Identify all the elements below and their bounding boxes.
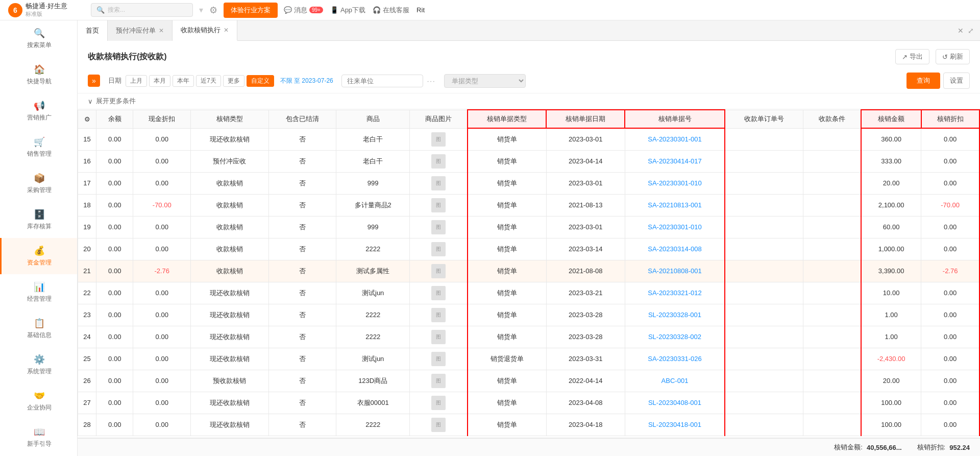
cell-receipt-condition xyxy=(803,392,861,414)
cell-cancel-discount: -2.76 xyxy=(921,260,979,282)
cell-voucher-date: 2023-03-28 xyxy=(546,326,625,348)
cell-cancel-type: 收款核销 xyxy=(191,216,269,238)
date-btn-more[interactable]: 更多 xyxy=(223,75,244,87)
cell-voucher-date: 2023-03-31 xyxy=(546,348,625,370)
sidebar-item-guide[interactable]: 📖 新手引导 xyxy=(0,419,77,455)
cell-voucher-no[interactable]: SL-20230328-001 xyxy=(625,304,725,326)
cell-receipt-order-no xyxy=(725,260,803,282)
cell-voucher-no[interactable]: SA-20230301-010 xyxy=(625,216,725,238)
sidebar-item-sales[interactable]: 🛒 销售管理 xyxy=(0,129,77,165)
table-header-row: ⚙ 余额 现金折扣 核销类型 包含已结清 商品 商品图片 核销单据类型 核销单据… xyxy=(78,110,980,128)
voucher-no-link[interactable]: SA-20210813-001 xyxy=(648,201,702,209)
cell-voucher-no[interactable]: SA-20230301-010 xyxy=(625,172,725,194)
voucher-no-link[interactable]: ABC-001 xyxy=(662,377,689,385)
table-row: 28 0.00 0.00 现还收款核销 否 2222 图 销货单 2023-04… xyxy=(78,414,980,436)
tab-close-all-icon[interactable]: ✕ xyxy=(958,27,964,35)
sidebar-item-capital[interactable]: 💰 资金管理 xyxy=(0,238,77,274)
voucher-no-link[interactable]: SA-20230314-008 xyxy=(648,245,702,253)
sidebar-item-collab[interactable]: 🤝 企业协同 xyxy=(0,383,77,419)
online-service-button[interactable]: 🎧 在线客服 xyxy=(373,6,409,15)
logo: 6 畅捷通·好生意 标准版 xyxy=(8,2,85,18)
top-bar: 6 畅捷通·好生意 标准版 🔍 搜索... ▾ ⚙ 体验行业方案 💬 消息 99… xyxy=(0,0,980,20)
voucher-no-link[interactable]: SL-20230328-001 xyxy=(648,311,701,319)
cell-voucher-no[interactable]: SA-20230321-012 xyxy=(625,282,725,304)
voucher-no-link[interactable]: SA-20230331-026 xyxy=(648,355,702,363)
app-download-button[interactable]: 📱 App下载 xyxy=(330,6,365,15)
sidebar-item-base[interactable]: 📋 基础信息 xyxy=(0,310,77,347)
tab-maximize-icon[interactable]: ⤢ xyxy=(968,27,974,35)
cell-voucher-no[interactable]: SA-20230301-001 xyxy=(625,128,725,150)
message-button[interactable]: 💬 消息 99+ xyxy=(284,6,323,15)
voucher-no-link[interactable]: SA-20230301-010 xyxy=(648,179,702,187)
refresh-button[interactable]: ↺ 刷新 xyxy=(936,49,970,64)
tab-prepay[interactable]: 预付冲应付单 ✕ xyxy=(108,20,173,41)
cell-voucher-no[interactable]: ABC-001 xyxy=(625,370,725,392)
date-btn-this-month[interactable]: 本月 xyxy=(149,75,170,87)
sidebar-item-purchase[interactable]: 📦 采购管理 xyxy=(0,165,77,202)
cell-voucher-date: 2023-03-01 xyxy=(546,172,625,194)
voucher-no-link[interactable]: SL-20230328-002 xyxy=(648,333,701,341)
cell-product-img: 图 xyxy=(410,326,468,348)
cell-product-img: 图 xyxy=(410,282,468,304)
filter-expand-button[interactable]: » xyxy=(88,75,100,87)
cell-receipt-condition xyxy=(803,238,861,260)
cell-cancel-discount: 0.00 xyxy=(921,238,979,260)
voucher-no-link[interactable]: SA-20230414-017 xyxy=(648,157,702,165)
sidebar-item-shortcuts[interactable]: 🏠 快捷导航 xyxy=(0,57,77,93)
tab-bar: 首页 预付冲应付单 ✕ 收款核销执行 ✕ ✕ ⤢ xyxy=(78,20,980,41)
sidebar-item-system[interactable]: ⚙️ 系统管理 xyxy=(0,347,77,383)
cell-voucher-type: 销货单 xyxy=(468,260,546,282)
industry-solution-button[interactable]: 体验行业方案 xyxy=(224,3,278,18)
cell-voucher-no[interactable]: SA-20230314-008 xyxy=(625,238,725,260)
cell-product: 多计量商品2 xyxy=(336,194,410,216)
query-button[interactable]: 查询 xyxy=(906,73,940,89)
cell-cancel-amount: -2,430.00 xyxy=(861,348,921,370)
cell-voucher-type: 销货单 xyxy=(468,304,546,326)
date-btn-last-month[interactable]: 上月 xyxy=(126,75,147,87)
cell-voucher-no[interactable]: SA-20210808-001 xyxy=(625,260,725,282)
cell-receipt-condition xyxy=(803,348,861,370)
voucher-no-link[interactable]: SA-20230301-010 xyxy=(648,223,702,231)
voucher-no-link[interactable]: SL-20230408-001 xyxy=(648,399,701,406)
global-search[interactable]: 🔍 搜索... xyxy=(91,3,193,17)
voucher-no-link[interactable]: SA-20230301-001 xyxy=(648,135,702,143)
user-name[interactable]: Rit xyxy=(416,6,425,14)
cell-voucher-no[interactable]: SL-20230408-001 xyxy=(625,392,725,414)
tab-home[interactable]: 首页 xyxy=(78,20,108,41)
settings-button[interactable]: 设置 xyxy=(943,73,970,89)
table-row: 22 0.00 0.00 现还收款核销 否 测试jun 图 销货单 2023-0… xyxy=(78,282,980,304)
cell-voucher-no[interactable]: SA-20210813-001 xyxy=(625,194,725,216)
cell-voucher-no[interactable]: SA-20230414-017 xyxy=(625,150,725,172)
cell-voucher-date: 2021-08-13 xyxy=(546,194,625,216)
cell-receipt-order-no xyxy=(725,304,803,326)
cell-receipt-order-no xyxy=(725,392,803,414)
voucher-no-link[interactable]: SA-20210808-001 xyxy=(648,267,702,275)
cell-voucher-no[interactable]: SL-20230328-002 xyxy=(625,326,725,348)
cell-voucher-no[interactable]: SA-20230331-026 xyxy=(625,348,725,370)
cell-voucher-type: 销货单 xyxy=(468,392,546,414)
tab-prepay-close[interactable]: ✕ xyxy=(159,27,164,34)
partner-input[interactable] xyxy=(341,75,423,87)
th-settings[interactable]: ⚙ xyxy=(78,110,96,128)
cell-include-settled: 否 xyxy=(268,414,336,436)
export-button[interactable]: ↗ 导出 xyxy=(895,49,929,64)
cell-voucher-no[interactable]: SL-20230418-001 xyxy=(625,414,725,436)
date-btn-custom[interactable]: 自定义 xyxy=(247,75,274,87)
expand-more-bar[interactable]: ∨ 展开更多条件 xyxy=(78,93,980,109)
sidebar-item-inventory[interactable]: 🗄️ 库存核算 xyxy=(0,202,77,238)
logo-version: 标准版 xyxy=(26,10,67,18)
sidebar-item-marketing[interactable]: 📢 营销推广 xyxy=(0,93,77,129)
sidebar-item-operations[interactable]: 📊 经营管理 xyxy=(0,274,77,310)
cell-product: 老白干 xyxy=(336,150,410,172)
sidebar-item-search[interactable]: 🔍 搜索菜单 xyxy=(0,20,77,57)
date-btn-7days[interactable]: 近7天 xyxy=(196,75,221,87)
voucher-no-link[interactable]: SL-20230418-001 xyxy=(648,421,701,428)
settings-icon[interactable]: ⚙ xyxy=(209,5,217,16)
tab-receipt-close[interactable]: ✕ xyxy=(224,27,229,34)
tab-receipt[interactable]: 收款核销执行 ✕ xyxy=(173,20,237,41)
voucher-no-link[interactable]: SA-20230321-012 xyxy=(648,289,702,297)
voucher-type-select[interactable]: 单据类型 xyxy=(444,74,526,88)
sales-icon: 🛒 xyxy=(34,136,45,148)
search-dropdown-icon[interactable]: ▾ xyxy=(199,5,203,15)
date-btn-this-year[interactable]: 本年 xyxy=(173,75,194,87)
